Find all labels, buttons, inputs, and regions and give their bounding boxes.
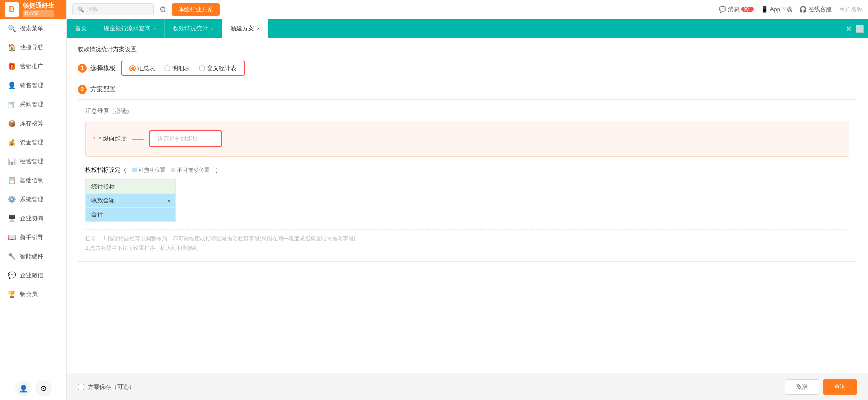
radio-summary-dot [131, 67, 134, 70]
metrics-col-value: 合计 [86, 207, 175, 221]
radio-detail[interactable]: 明细表 [164, 64, 190, 72]
dimension-selector-placeholder: 请选择分组维度 [157, 135, 198, 142]
metrics-col-header[interactable]: 收款金额 ▾ [86, 193, 175, 207]
maximize-window-icon[interactable]: ⬜ [855, 24, 864, 33]
step2-label: 方案配置 [90, 85, 116, 94]
radio-summary-label: 汇总表 [137, 64, 155, 72]
notification-badge: 99+ [741, 7, 754, 12]
sidebar-item-guide[interactable]: 📖新手引导 [0, 228, 66, 247]
sidebar-menu: 🔍搜索菜单🏠快捷导航🎁营销推广👤销售管理🛒采购管理📦库存核算💰资金管理📊经营管理… [0, 19, 66, 376]
dimension-required-star: * [93, 136, 95, 142]
tips-section: 提示： 1.拖动标题栏可以调整布局，不可跨维度或指标区域拖动栏目字段(只能在同一… [85, 229, 849, 252]
sidebar-item-search-menu[interactable]: 🔍搜索菜单 [0, 19, 66, 38]
close-window-icon[interactable]: ✕ [846, 24, 852, 33]
sidebar-item-system[interactable]: ⚙️系统管理 [0, 190, 66, 209]
user-info[interactable]: 用户名称 [839, 5, 863, 14]
tab-home[interactable]: 首页 [67, 19, 95, 38]
tab-new-plan-close[interactable]: × [257, 26, 259, 31]
sidebar-bottom: 👤 ⚙ [0, 376, 66, 400]
user-name: 用户名称 [839, 5, 863, 14]
sidebar-bottom-btn-1[interactable]: 👤 [15, 380, 32, 396]
radio-cross[interactable]: 交叉统计表 [199, 64, 236, 72]
sidebar-icon-marketing: 🎁 [7, 62, 16, 71]
legend-movable: 可拖动位置 [132, 166, 165, 174]
sidebar-label-wechat: 企业微信 [20, 271, 43, 279]
sidebar-label-sales: 销售管理 [20, 81, 43, 89]
sidebar-item-purchase[interactable]: 🛒采购管理 [0, 95, 66, 114]
radio-detail-label: 明细表 [172, 64, 190, 72]
notification-item[interactable]: 💬 消息 99+ [719, 5, 754, 14]
radio-summary[interactable]: 汇总表 [129, 64, 155, 72]
sidebar-icon-search-menu: 🔍 [7, 24, 16, 33]
sidebar-label-operations: 经营管理 [20, 157, 43, 165]
notification-label: 消息 [728, 5, 740, 14]
sidebar-label-system: 系统管理 [20, 195, 43, 203]
search-icon: 🔍 [77, 6, 84, 13]
tab-payment-stats-label: 收款情况统计 [173, 24, 208, 33]
logo-badge: 标准版 [23, 10, 54, 17]
content-area: 收款情况统计方案设置 1 选择模板 汇总表 [67, 38, 868, 400]
tip-line-1: 提示： 1.拖动标题栏可以调整布局，不可跨维度或指标区域拖动栏目字段(只能在同一… [85, 235, 849, 243]
fixed-legend-dot [171, 168, 175, 172]
metrics-col-header-label: 收款金额 [91, 197, 115, 205]
metrics-table: 统计指标 收款金额 ▾ 合计 [85, 179, 176, 222]
main-area: 🔍 搜索 ⚙ 体验行业方案 💬 消息 99+ 📱 App下载 🎧 在线客服 用户… [67, 0, 868, 400]
metrics-col-chevron-icon: ▾ [168, 198, 170, 203]
sidebar-label-purchase: 采购管理 [20, 100, 43, 108]
sidebar-item-quick-nav[interactable]: 🏠快捷导航 [0, 38, 66, 57]
radio-cross-circle [199, 65, 205, 71]
tab-bank-flow[interactable]: 现金银行流水查询 × [95, 19, 165, 38]
sidebar-label-marketing: 营销推广 [20, 62, 43, 71]
topbar-search[interactable]: 🔍 搜索 [72, 3, 154, 15]
radio-detail-circle [164, 65, 170, 71]
step1-section: 1 选择模板 汇总表 明细表 [78, 61, 857, 76]
metrics-label-text: 模板指标设定（ [85, 166, 127, 174]
settings-icon[interactable]: ⚙ [159, 5, 166, 14]
sidebar-bottom-btn-2[interactable]: ⚙ [35, 380, 52, 396]
tab-new-plan[interactable]: 新建方案 × [222, 19, 268, 38]
topbar-right: 💬 消息 99+ 📱 App下载 🎧 在线客服 用户名称 [719, 5, 863, 14]
template-options-box: 汇总表 明细表 交叉统计表 [121, 61, 245, 76]
sidebar-icon-enterprise: 🖥️ [7, 214, 16, 222]
step2-section: 2 方案配置 汇总维度（必选） * * 纵向维度 —— 请选择分组维度 [78, 85, 857, 262]
dimension-key-label: * 纵向维度 [99, 135, 127, 143]
tab-payment-stats[interactable]: 收款情况统计 × [165, 19, 222, 38]
tab-new-plan-label: 新建方案 [231, 24, 254, 33]
tip-line-2: 2.点击标题栏下拉可设置排序、插入列和删除列 [85, 245, 849, 252]
page-title: 收款情况统计方案设置 [78, 45, 857, 53]
sidebar-label-search-menu: 搜索菜单 [20, 24, 43, 33]
cancel-button[interactable]: 取消 [785, 379, 819, 395]
sidebar: B 畅捷通好生 标准版 🔍搜索菜单🏠快捷导航🎁营销推广👤销售管理🛒采购管理📦库存… [0, 0, 67, 400]
confirm-button[interactable]: 查询 [823, 379, 857, 395]
metrics-close-paren: ） [215, 166, 221, 174]
sidebar-item-marketing[interactable]: 🎁营销推广 [0, 57, 66, 76]
legend-fixed: 不可拖动位置 [171, 166, 210, 174]
sidebar-icon-system: ⚙️ [7, 195, 16, 203]
search-placeholder-text: 搜索 [87, 5, 98, 13]
sidebar-icon-operations: 📊 [7, 157, 16, 165]
sidebar-icon-inventory: 📦 [7, 119, 16, 127]
sidebar-item-sales[interactable]: 👤销售管理 [0, 76, 66, 95]
sidebar-item-inventory[interactable]: 📦库存核算 [0, 114, 66, 133]
sidebar-label-guide: 新手引导 [20, 233, 43, 241]
dimension-section-label: 汇总维度（必选） [85, 107, 849, 115]
dimension-selector[interactable]: 请选择分组维度 [149, 130, 222, 147]
sidebar-item-wechat[interactable]: 💬企业微信 [0, 266, 66, 285]
sidebar-item-enterprise[interactable]: 🖥️企业协同 [0, 209, 66, 228]
tab-payment-stats-close[interactable]: × [211, 26, 213, 31]
app-logo: B 畅捷通好生 标准版 [0, 0, 66, 19]
online-service-label: 在线客服 [808, 5, 832, 14]
step2-header: 2 方案配置 [78, 85, 857, 94]
trial-button[interactable]: 体验行业方案 [172, 3, 220, 16]
tab-bar: 首页 现金银行流水查询 × 收款情况统计 × 新建方案 × ✕ ⬜ [67, 19, 868, 38]
sidebar-item-finance[interactable]: 💰资金管理 [0, 133, 66, 152]
tab-bank-flow-close[interactable]: × [153, 26, 156, 31]
sidebar-item-hardware[interactable]: 🔧智能硬件 [0, 247, 66, 266]
app-download-item[interactable]: 📱 App下载 [761, 5, 792, 14]
sidebar-item-basic-info[interactable]: 📋基础信息 [0, 171, 66, 190]
online-service-item[interactable]: 🎧 在线客服 [799, 5, 832, 14]
sidebar-item-member[interactable]: 🏆畅会员 [0, 285, 66, 304]
dimension-area: * * 纵向维度 —— 请选择分组维度 [85, 121, 849, 157]
sidebar-item-operations[interactable]: 📊经营管理 [0, 152, 66, 171]
save-checkbox[interactable] [78, 384, 84, 390]
